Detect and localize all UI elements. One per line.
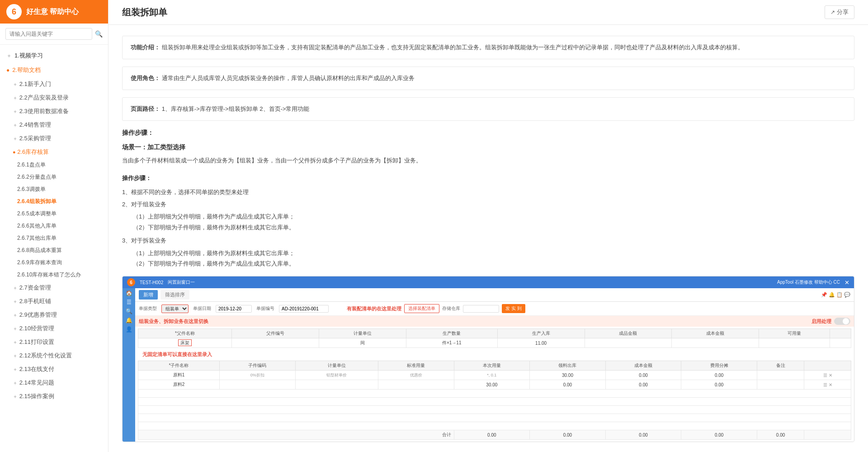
plus-icon: ＋ bbox=[6, 52, 12, 60]
app-date-label: 单据日期 bbox=[193, 305, 211, 312]
nav-sub-item-213[interactable]: ＋ 2.13在线支付 bbox=[0, 362, 108, 376]
nav-sub-sub-item-263[interactable]: 2.6.3调拨单 bbox=[0, 183, 108, 195]
nav-sub-sub-item-261[interactable]: 2.6.1盘点单 bbox=[0, 159, 108, 171]
nav-sub-item-21[interactable]: ＋ 2.1新手入门 bbox=[0, 77, 108, 91]
nav-sub-sub-item-265[interactable]: 2.6.5成本调整单 bbox=[0, 208, 108, 220]
app-parent-name-highlight[interactable]: 床架 bbox=[178, 339, 192, 346]
app-col-parent-code: 父件编号 bbox=[232, 329, 319, 338]
app-cell-produce-in: 11.00 bbox=[497, 338, 585, 348]
nav-section-title-videos[interactable]: ＋ 1.视频学习 bbox=[0, 48, 108, 63]
app-store-input[interactable] bbox=[463, 305, 499, 313]
nav-sub-item-29[interactable]: ＋ 2.9优惠券管理 bbox=[0, 308, 108, 322]
app-confirm-btn[interactable]: 发 实 到 bbox=[502, 304, 525, 313]
app-col-action bbox=[830, 329, 851, 338]
app-topbar: 6 TEST-H002 闲置副窗口一 AppTool 石墨修改 帮助中心 CC … bbox=[123, 276, 854, 288]
app-col-cur-qty: 本次用量 bbox=[454, 361, 530, 371]
sidebar: 6 好生意 帮助中心 🔍 ＋ 1.视频学习 ● 2.帮助文档 ＋ 2.1新手入门 bbox=[0, 0, 108, 452]
feature-intro-block: 功能介绍： 组装拆卸单用来处理企业组装或拆卸等加工业务，支持有固定装配清单的产品… bbox=[122, 36, 854, 59]
nav-sub-sub-item-268[interactable]: 2.6.8商品成本重算 bbox=[0, 244, 108, 257]
app-col-parent-name: *父件名称 bbox=[138, 329, 232, 338]
app-body: 🏠 ☰ 🔍 🔔 👤 新增 筛选排序 📌 🔔 📋 💬 bbox=[123, 288, 854, 442]
app-col-produce-in: 生产入库 bbox=[497, 329, 585, 338]
nav-sub-item-23[interactable]: ＋ 2.3使用前数据准备 bbox=[0, 105, 108, 118]
nav-sub-item-27[interactable]: ＋ 2.7资金管理 bbox=[0, 281, 108, 295]
app-col-std-qty: 标准用量 bbox=[378, 361, 454, 371]
page-title: 组装拆卸单 bbox=[122, 6, 167, 19]
feature-intro-text: 组装拆卸单用来处理企业组装或拆卸等加工业务，支持有固定装配清单的产品加工业务，也… bbox=[162, 44, 744, 51]
nav-sub-sub-item-269[interactable]: 2.6.9库存账本查询 bbox=[0, 257, 108, 269]
app-sub-cell-notes1 bbox=[757, 371, 804, 380]
app-icon-user[interactable]: 👤 bbox=[126, 326, 132, 333]
app-totals-row: 合计 0.00 0.00 0.00 0.00 0.00 bbox=[138, 430, 851, 440]
app-type-label: 单据类型 bbox=[139, 305, 157, 312]
ops-steps-sub-label: 操作步骤： bbox=[122, 174, 854, 182]
nav-sub-sub-item-2610[interactable]: 2.6.10库存账本错了怎么办 bbox=[0, 269, 108, 281]
share-icon: ↗ bbox=[830, 9, 835, 15]
nav-sub-item-212[interactable]: ＋ 2.12系统个性化设置 bbox=[0, 349, 108, 362]
table-row: 床架 间 件×1→11 11.00 bbox=[138, 338, 851, 348]
app-sub-cell-ops2: ☰ ✕ bbox=[804, 380, 851, 390]
nav-sub-sub-item-262[interactable]: 2.6.2分量盘点单 bbox=[0, 171, 108, 183]
nav-sub-sub-item-264[interactable]: 2.6.4组装拆卸单 bbox=[0, 195, 108, 208]
logo-icon: 6 bbox=[6, 4, 22, 19]
scene1-title: 场景一：加工类型选择 bbox=[122, 143, 854, 152]
app-close-icon[interactable]: ✕ bbox=[844, 279, 849, 286]
step2-sub1: （1）上部明细为父件明细，最终作为产成品生成其它入库单； bbox=[122, 211, 854, 222]
search-input[interactable] bbox=[5, 28, 92, 40]
app-date-input[interactable] bbox=[216, 305, 252, 313]
nav-sub-item-25[interactable]: ＋ 2.5采购管理 bbox=[0, 132, 108, 145]
search-button[interactable]: 🔍 bbox=[95, 30, 103, 38]
logo-bar: 6 好生意 帮助中心 bbox=[0, 0, 108, 24]
app-total-val2: 0.00 bbox=[530, 430, 606, 440]
app-toggle[interactable] bbox=[834, 318, 850, 325]
nav-sub-item-26[interactable]: ● 2.6库存核算 bbox=[0, 145, 108, 159]
main: 组装拆卸单 ↗ 分享 功能介绍： 组装拆卸单用来处理企业组装或拆卸等加工业务，支… bbox=[108, 0, 868, 452]
app-tab-new[interactable]: 新增 bbox=[139, 290, 158, 300]
nav-sub-item-22[interactable]: ＋ 2.2产品安装及登录 bbox=[0, 91, 108, 105]
nav-sub-item-24[interactable]: ＋ 2.4销售管理 bbox=[0, 118, 108, 132]
app-cell-cost-amt bbox=[672, 338, 759, 348]
app-type-select[interactable]: 组装单 拆卸单 bbox=[161, 305, 189, 313]
feature-intro-label: 功能介绍： bbox=[131, 44, 160, 51]
nav-section-videos: ＋ 1.视频学习 bbox=[0, 48, 108, 63]
app-icon-list[interactable]: ☰ bbox=[127, 299, 132, 305]
app-number-label: 单据编号 bbox=[256, 305, 274, 312]
nav-sub-item-214[interactable]: ＋ 2.14常见问题 bbox=[0, 376, 108, 390]
app-col-available: 可用量 bbox=[759, 329, 830, 338]
nav-sub-sub-item-267[interactable]: 2.6.7其他出库单 bbox=[0, 232, 108, 244]
nav-sub-item-28[interactable]: ＋ 2.8手机旺铺 bbox=[0, 295, 108, 308]
app-col-sub-name: *子件名称 bbox=[138, 361, 220, 371]
app-cell-parent-name: 床架 bbox=[138, 338, 232, 348]
app-sub-cell-std2 bbox=[378, 380, 454, 390]
app-select-btn[interactable]: 选择装配清单 bbox=[404, 304, 439, 313]
app-left-icons: 🏠 ☰ 🔍 🔔 👤 bbox=[123, 288, 135, 442]
app-number-input[interactable] bbox=[279, 305, 329, 313]
app-icon-search[interactable]: 🔍 bbox=[126, 308, 132, 314]
nav-sub-item-211[interactable]: ＋ 2.11打印设置 bbox=[0, 335, 108, 349]
app-sub-cell-ops1: ☰ ✕ bbox=[804, 371, 851, 380]
app-sub-cell-pick1: 30.00 bbox=[530, 371, 606, 380]
app-sub-cell-fee2: 0.00 bbox=[681, 380, 757, 390]
step1: 1、根据不同的业务，选择不同单据的类型来处理 bbox=[122, 187, 854, 197]
app-cell-unit: 间 bbox=[319, 338, 406, 348]
nav-sub-sub-item-266[interactable]: 2.6.6其他入库单 bbox=[0, 220, 108, 232]
app-topbar-status: 闲置副窗口一 bbox=[168, 279, 195, 285]
page-path-block: 页面路径： 1、库存核算->库存管理->组装拆卸单 2、首页->常用功能 bbox=[122, 97, 854, 121]
app-col-cost-amt: 成本金额 bbox=[672, 329, 759, 338]
app-total-label: 合计 bbox=[138, 430, 454, 440]
content-area: 功能介绍： 组装拆卸单用来处理企业组装或拆卸等加工业务，支持有固定装配清单的产品… bbox=[108, 25, 868, 452]
app-icon-home[interactable]: 🏠 bbox=[126, 290, 132, 296]
nav-sub-item-210[interactable]: ＋ 2.10经营管理 bbox=[0, 322, 108, 335]
app-tab-filter[interactable]: 筛选排序 bbox=[160, 290, 189, 300]
app-sub-cell-notes2 bbox=[757, 380, 804, 390]
nav-section-title-docs[interactable]: ● 2.帮助文档 bbox=[0, 63, 108, 77]
app-bottom-table-head: *子件名称 子件编码 计量单位 标准用量 本次用量 领料出库 成本金额 费用分摊… bbox=[138, 361, 851, 371]
share-button[interactable]: ↗ 分享 bbox=[825, 5, 854, 19]
app-sub-cell-unit2 bbox=[295, 380, 378, 390]
nav-sub-item-215[interactable]: ＋ 2.15操作案例 bbox=[0, 390, 108, 403]
logo-text: 好生意 帮助中心 bbox=[26, 7, 79, 17]
app-icon-bell[interactable]: 🔔 bbox=[126, 317, 132, 324]
app-annotation4-bar: 无固定清单可以直接在这里录入 bbox=[135, 350, 854, 359]
app-sub-cell-name2: 原料2 bbox=[138, 380, 220, 390]
main-header: 组装拆卸单 ↗ 分享 bbox=[108, 0, 868, 25]
